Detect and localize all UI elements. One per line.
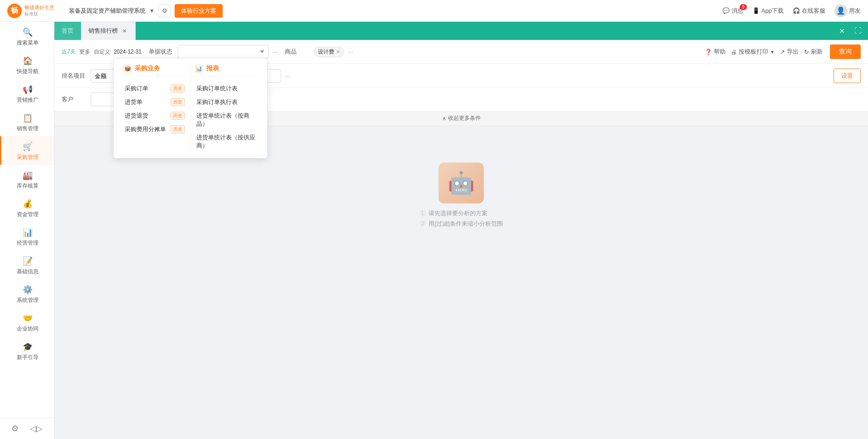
avatar: 👤 <box>834 5 847 17</box>
sidebar-item-cooperation[interactable]: 🤝 企业协同 <box>0 308 54 336</box>
main-content: 首页 销售排行榜 ✕ ✕ ⛶ 近7天 更多 自定义 2024-12-31 <box>54 22 868 439</box>
print-dropdown-icon: ▼ <box>770 49 775 54</box>
toolbar-right: ❓ 帮助 🖨 按模板打印 ▼ ↗ 导出 ↻ 刷新 <box>705 48 823 56</box>
help-button[interactable]: ❓ 帮助 <box>705 48 726 56</box>
search-icon: 🔍 <box>23 27 33 37</box>
report-header-icon: 📊 <box>195 64 204 73</box>
headset-icon: 🎧 <box>793 7 800 14</box>
sidebar-item-system[interactable]: ⚙️ 系统管理 <box>0 279 54 308</box>
print-button[interactable]: 🖨 按模板打印 ▼ <box>731 48 775 56</box>
export-label: 导出 <box>787 48 799 56</box>
sales-icon: 📋 <box>23 113 33 123</box>
export-button[interactable]: ↗ 导出 <box>780 48 799 56</box>
goods-tag-remove[interactable]: ✕ <box>336 49 340 55</box>
system-icon: ⚙️ <box>23 285 33 295</box>
sidebar-item-label: 资金管理 <box>17 211 39 218</box>
message-badge: 9 <box>740 4 747 10</box>
purchase-order-history-badge: 历史 <box>171 84 185 93</box>
app-label: App下载 <box>761 7 784 15</box>
tab-home-label: 首页 <box>62 27 73 35</box>
collapse-label: 收起更多条件 <box>448 114 481 122</box>
tab-expand-button[interactable]: ⛶ <box>852 25 864 37</box>
settings-button[interactable]: 设置 <box>834 69 861 83</box>
sidebar-item-search[interactable]: 🔍 搜索菜单 <box>0 22 54 50</box>
sidebar-item-inventory[interactable]: 🏭 库存核算 <box>0 165 54 193</box>
collapse-sidebar-button[interactable]: ◁▷ <box>30 424 43 434</box>
purchase-expense-label: 采购费用分摊单 <box>125 125 166 133</box>
dropdown-item-purchase-expense[interactable]: 采购费用分摊单 历史 <box>123 123 187 136</box>
print-label: 按模板打印 <box>739 48 768 56</box>
tab-home[interactable]: 首页 <box>54 22 81 40</box>
goods-return-label: 进货退货 <box>125 112 148 120</box>
dropdown-item-goods-stat-by-product[interactable]: 进货单统计表（按商品） <box>195 109 258 131</box>
sidebar-item-label: 基础信息 <box>17 268 39 276</box>
refresh-icon: ↻ <box>804 49 809 55</box>
sidebar-item-purchase[interactable]: 🛒 采购管理 <box>0 136 54 165</box>
salesman-more[interactable]: ··· <box>285 72 290 79</box>
online-service-button[interactable]: 🎧 在线客服 <box>793 7 825 15</box>
purchase-order-exec-label: 采购订单执行表 <box>196 98 238 106</box>
sidebar-item-marketing[interactable]: 📢 营销推广 <box>0 79 54 108</box>
report-col: 📊 报表 采购订单统计表 采购订单执行表 进货单统计表（按商品） 进货单统计表（… <box>190 64 262 153</box>
purchase-order-stat-label: 采购订单统计表 <box>196 84 238 93</box>
date-filter: 近7天 更多 自定义 2024-12-31 <box>62 48 141 56</box>
inventory-icon: 🏭 <box>23 170 33 180</box>
sidebar-item-label: 库存核算 <box>17 182 39 190</box>
dropdown-item-purchase-order[interactable]: 采购订单 历史 <box>123 82 187 95</box>
dropdown-item-goods-return[interactable]: 进货退货 历史 <box>123 109 187 123</box>
empty-robot-icon: 🤖 <box>439 163 484 203</box>
dropdown-item-purchase-order-stat[interactable]: 采购订单统计表 <box>195 82 258 95</box>
app-download-button[interactable]: 📱 App下载 <box>752 7 784 15</box>
system-title: 装备及固定资产辅助管理系统 <box>69 7 146 15</box>
marketing-icon: 📢 <box>23 84 33 94</box>
tab-sales-ranking-label: 销售排行榜 <box>88 27 118 35</box>
customer-label: 客户 <box>62 95 87 104</box>
refresh-button[interactable]: ↻ 刷新 <box>804 48 823 56</box>
sidebar-item-finance[interactable]: 💰 资金管理 <box>0 193 54 222</box>
goods-stat-supplier-label: 进货单统计表（按供应商） <box>196 133 257 150</box>
message-button[interactable]: 💬 消息 9 <box>722 7 743 15</box>
order-status-more[interactable]: ··· <box>272 48 278 55</box>
system-dropdown-button[interactable]: ▼ <box>149 8 155 14</box>
dropdown-item-goods-stat-by-supplier[interactable]: 进货单统计表（按供应商） <box>195 131 258 153</box>
sidebar-item-navigation[interactable]: 🏠 快捷导航 <box>0 50 54 79</box>
tab-close-button[interactable]: ✕ <box>121 27 128 35</box>
sidebar-item-basic-info[interactable]: 📝 基础信息 <box>0 251 54 279</box>
dropdown-item-goods-receipt[interactable]: 进货单 历史 <box>123 95 187 109</box>
logo-icon: 畅 <box>7 4 22 18</box>
settings-bottom-button[interactable]: ⚙ <box>11 424 19 434</box>
empty-hint-1: ① 请先选择要分析的方案 <box>419 209 502 217</box>
sidebar-item-sales[interactable]: 📋 销售管理 <box>0 108 54 136</box>
tab-sales-ranking[interactable]: 销售排行榜 ✕ <box>81 22 136 40</box>
sidebar-item-label: 企业协同 <box>17 325 39 333</box>
goods-receipt-history-badge: 历史 <box>171 98 185 106</box>
empty-hints: ① 请先选择要分析的方案 ② 用[过滤]条件来缩小分析范围 <box>419 209 502 230</box>
user-menu-button[interactable]: 👤 用友 <box>834 5 861 17</box>
hint-bullet-2: ② <box>419 219 426 228</box>
sidebar-item-operations[interactable]: 📊 经营管理 <box>0 222 54 251</box>
collapse-icon: ∧ <box>442 115 446 122</box>
goods-tag-text: 设计费 <box>318 48 334 56</box>
sidebar-item-guide[interactable]: 🎓 新手引导 <box>0 336 54 365</box>
sidebar-item-label: 搜索菜单 <box>17 39 39 47</box>
gear-button[interactable]: ⚙ <box>158 5 171 17</box>
goods-more[interactable]: ··· <box>348 48 353 55</box>
sidebar-bottom: ⚙ ◁▷ <box>0 418 54 439</box>
date-preset-button[interactable]: 近7天 <box>62 48 76 56</box>
order-status-select[interactable] <box>178 45 268 59</box>
query-button[interactable]: 查询 <box>830 44 861 59</box>
user-label: 用友 <box>849 7 861 15</box>
dropdown-item-purchase-order-exec[interactable]: 采购订单执行表 <box>195 95 258 109</box>
header-right: 💬 消息 9 📱 App下载 🎧 在线客服 👤 用友 <box>722 5 861 17</box>
purchase-dropdown-menu: 📦 采购业务 采购订单 历史 进货单 历史 进货退货 历史 采购费用分摊单 <box>113 58 268 158</box>
message-icon: 💬 <box>722 7 730 14</box>
finance-icon: 💰 <box>23 199 33 209</box>
industry-button[interactable]: 体验行业方案 <box>175 4 223 18</box>
date-more-button[interactable]: 更多 <box>79 48 90 56</box>
date-custom-button[interactable]: 自定义 <box>94 48 110 56</box>
goods-tag[interactable]: 设计费 ✕ <box>314 47 344 57</box>
tab-close-all-button[interactable]: ✕ <box>835 25 848 37</box>
empty-hint-2: ② 用[过滤]条件来缩小分析范围 <box>419 219 502 228</box>
logo-area: 畅 畅捷通好生意 标准版 <box>7 4 62 18</box>
content-area: 近7天 更多 自定义 2024-12-31 单据状态 ··· 商品 <box>54 40 868 439</box>
